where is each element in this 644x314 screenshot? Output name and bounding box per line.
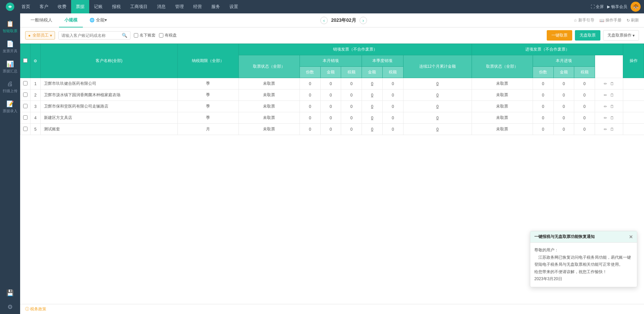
avatar[interactable]: 🐯 — [631, 2, 641, 12]
row-sales-season-tax: 0 — [382, 124, 403, 135]
nav-tax[interactable]: 报税 — [107, 0, 125, 13]
new-guide-btn[interactable]: ☆ 新手引导 — [574, 17, 594, 23]
nav-home[interactable]: 首页 — [17, 0, 35, 13]
row-tax-period: 季 — [177, 89, 238, 101]
one-key-fetch-btn[interactable]: 一键取票 — [547, 30, 572, 41]
row-tax-period: 月 — [177, 124, 238, 135]
no-disk-operate-btn[interactable]: 无盘取票操作 ▾ — [603, 30, 639, 41]
row-consecutive12: 0 — [403, 78, 472, 89]
nav-billing[interactable]: 收费 — [53, 0, 71, 13]
edit-icon[interactable]: ✏ — [604, 93, 607, 98]
row-purchase-month-amount: 0 — [553, 124, 574, 135]
row-checkbox[interactable] — [23, 81, 28, 85]
no-disk-fetch-btn[interactable]: 无盘取票 — [575, 30, 600, 41]
row-purchase-fetch-status: 未取票 — [472, 124, 533, 135]
th-operate: 操作 — [623, 44, 644, 78]
row-actions: ✏ 🗒 — [595, 124, 623, 135]
checkbox-has-tax-disk[interactable]: 有税盘 — [159, 33, 177, 38]
row-index: 2 — [31, 89, 41, 101]
row-sales-season-tax: 0 — [382, 78, 403, 89]
row-purchase-month-count: 0 — [533, 112, 553, 124]
nav-invoice[interactable]: 票据 — [71, 0, 89, 13]
row-client-name[interactable]: 卫辉市保和堂医药有限公司走辗路店 — [41, 101, 178, 112]
row-checkbox-cell — [20, 124, 31, 135]
detail-icon[interactable]: 🗒 — [610, 116, 614, 120]
member-btn[interactable]: ▶ 畅享会员 — [607, 4, 627, 10]
manual-btn[interactable]: 📖 操作手册 — [599, 17, 622, 23]
nav-client[interactable]: 客户 — [35, 0, 53, 13]
edit-icon[interactable]: ✏ — [604, 116, 607, 120]
sidebar-scan-upload[interactable]: 🖨 扫描上传 — [0, 77, 20, 97]
row-sales-season-amount: 0 — [362, 124, 383, 135]
tab-general-taxpayer[interactable]: 一般纳税人 — [25, 13, 58, 27]
detail-icon[interactable]: 🗒 — [610, 93, 614, 98]
row-client-name[interactable]: 测试账套 — [41, 124, 178, 135]
scan-upload-icon: 🖨 — [7, 80, 13, 87]
bottom-bar: ⓘ 税务政策 — [20, 304, 644, 314]
edit-icon[interactable]: ✏ — [604, 104, 607, 109]
row-checkbox[interactable] — [23, 92, 28, 97]
sidebar-invoice-entry[interactable]: 📝 票据录入 — [0, 97, 20, 117]
row-client-name[interactable]: 卫辉市玖玖健合医药有限公司 — [41, 78, 178, 89]
nav-business[interactable]: 工商项目 — [125, 0, 152, 13]
sidebar-smart-fetch-label: 智能取票 — [3, 28, 17, 34]
popup-close-btn[interactable]: ✕ — [629, 234, 633, 240]
sidebar-invoice-open[interactable]: 📄 发票开具 — [0, 37, 20, 57]
filter-bar: ● 全部员工 ▾ 🔍 名下账套 有税盘 一键取票 无盘取票 无盘取票操作 ▾ — [20, 27, 644, 44]
top-nav: 首页 客户 收费 票据 记账 报税 工商项目 消息 管理 经营 服务 设置 ⛶ … — [0, 0, 644, 13]
nav-service[interactable]: 服务 — [207, 0, 225, 13]
refresh-btn[interactable]: ↻ 刷新 — [627, 17, 639, 23]
nav-bookkeeping[interactable]: 记账 — [89, 0, 107, 13]
prev-month-btn[interactable]: ‹ — [320, 17, 328, 24]
tab-omnipotent[interactable]: 🌐 全能 ▾ — [84, 13, 112, 27]
detail-icon[interactable]: 🗒 — [610, 104, 614, 109]
nav-manage[interactable]: 管理 — [170, 0, 189, 13]
row-index: 3 — [31, 101, 41, 112]
checkbox-my-accounts[interactable]: 名下账套 — [134, 33, 156, 38]
has-tax-disk-checkbox[interactable] — [159, 33, 163, 38]
row-sales-month-amount: 0 — [320, 78, 341, 89]
sidebar-smart-fetch[interactable]: 📋 智能取票 — [0, 17, 20, 37]
th-sales-fetch-status: 取票状态（全部） — [238, 55, 300, 78]
detail-icon[interactable]: 🗒 — [610, 81, 614, 86]
next-month-btn[interactable]: › — [360, 17, 367, 24]
row-actions: ✏ 🗒 — [595, 78, 623, 89]
row-sales-fetch-status: 未取票 — [238, 112, 300, 124]
employee-select[interactable]: ● 全部员工 ▾ — [25, 31, 55, 40]
select-all-checkbox[interactable] — [23, 58, 28, 63]
search-btn[interactable]: 🔍 — [119, 32, 130, 39]
detail-icon[interactable]: 🗒 — [610, 127, 614, 132]
nav-items: 首页 客户 收费 票据 记账 报税 工商项目 消息 管理 经营 服务 设置 — [17, 0, 591, 13]
row-purchase-fetch-status: 未取票 — [472, 78, 533, 89]
my-accounts-checkbox[interactable] — [134, 33, 138, 38]
row-checkbox-cell — [20, 89, 31, 101]
nav-settings[interactable]: 设置 — [225, 0, 243, 13]
row-checkbox[interactable] — [23, 104, 28, 108]
row-purchase-month-amount: 0 — [553, 112, 574, 124]
tab-small-scale[interactable]: 小规模 — [59, 13, 83, 27]
row-checkbox[interactable] — [23, 127, 28, 131]
month-nav: ‹ 2023年02月 › — [320, 17, 367, 24]
nav-message[interactable]: 消息 — [152, 0, 170, 13]
edit-icon[interactable]: ✏ — [604, 81, 607, 86]
edit-icon[interactable]: ✏ — [604, 127, 607, 132]
sidebar-download[interactable]: 💾 — [6, 286, 14, 300]
row-sales-month-count: 0 — [300, 78, 320, 89]
sidebar-invoice-summary[interactable]: 📊 票据汇总 — [0, 57, 20, 77]
row-sales-season-tax: 0 — [382, 89, 403, 101]
search-input[interactable] — [59, 32, 119, 39]
fullscreen-btn[interactable]: ⛶ 全屏 — [591, 4, 604, 10]
nav-operation[interactable]: 经营 — [189, 0, 207, 13]
sidebar-settings[interactable]: ⚙ — [6, 300, 14, 314]
row-purchase-month-count: 0 — [533, 78, 553, 89]
row-sales-month-amount: 0 — [320, 89, 341, 101]
row-sales-month-tax: 0 — [341, 101, 362, 112]
row-sales-month-tax: 0 — [341, 78, 362, 89]
th-consecutive12: 连续12个月累计金额 — [403, 55, 472, 78]
row-checkbox[interactable] — [23, 115, 28, 120]
row-client-name[interactable]: 卫辉市汲水镇下园润香阁菌木种植家庭农场 — [41, 89, 178, 101]
row-client-name[interactable]: 新建区方文具店 — [41, 112, 178, 124]
row-checkbox-cell — [20, 78, 31, 89]
tax-policy-link[interactable]: ⓘ 税务政策 — [25, 306, 46, 312]
invoice-open-icon: 📄 — [6, 40, 14, 48]
